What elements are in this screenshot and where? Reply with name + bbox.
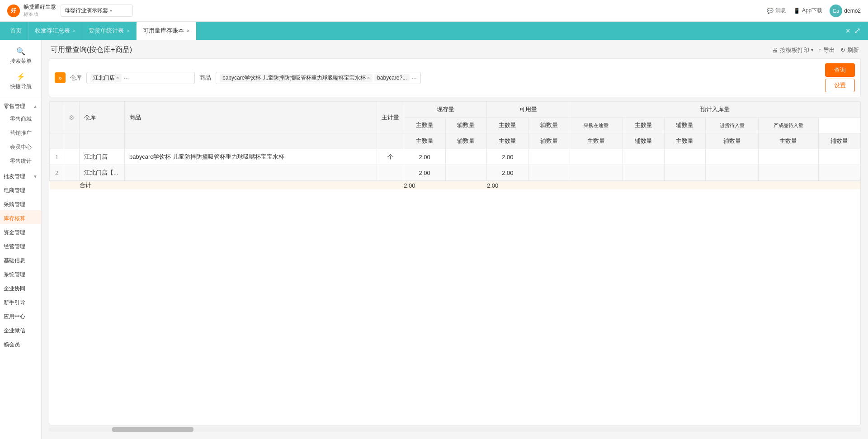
export-btn[interactable]: ↑ 导出 [819, 46, 835, 54]
th-main-unit: 主计量 [377, 102, 404, 133]
product-ellipsis[interactable]: ··· [411, 74, 417, 81]
sidebar-appcenter-label: 应用中心 [4, 313, 25, 321]
row2-pur-transit-aux [623, 165, 664, 181]
scrollbar-thumb[interactable] [112, 427, 193, 432]
sidebar-item-retail-mall[interactable]: 零售商城 [0, 112, 41, 126]
sidebar-group-system[interactable]: 系统管理 [0, 266, 41, 280]
warehouse-remove-icon[interactable]: × [116, 75, 119, 80]
tab-order-label: 要货单统计表 [89, 27, 124, 35]
th-purchase-transit-label: 采购在途量 [570, 118, 623, 133]
row2-pur-pending-main [664, 165, 706, 181]
sidebar-ecommerce-label: 电商管理 [4, 187, 25, 194]
sidebar-item-search[interactable]: 🔍 搜索菜单 [0, 43, 41, 69]
refresh-label: 刷新 [847, 46, 859, 54]
sidebar-retail-label: 零售管理 [4, 103, 25, 110]
th2-stock-main: 主数量 [404, 133, 445, 149]
tab-order[interactable]: 要货单统计表 × [82, 22, 136, 40]
th2-pur-transit-aux: 辅数量 [623, 133, 664, 149]
avatar-text: Ea [833, 8, 839, 14]
warehouse-input[interactable]: 江北门店 × ··· [86, 72, 195, 84]
th-current-stock: 现存量 [404, 102, 487, 118]
sidebar-group-wechat[interactable]: 企业微信 [0, 322, 41, 336]
warehouse-label: 仓库 [70, 74, 82, 82]
retail-stats-label: 零售统计 [10, 158, 32, 164]
filter-bar: » 仓库 江北门店 × ··· 商品 babycare学饮杯 儿童防摔防撞吸管杯… [49, 58, 861, 97]
tab-available-label: 可用量库存账本 [143, 27, 184, 35]
app-download-action[interactable]: 📱 App下载 [793, 7, 822, 14]
th2-prod-pending-main: 主数量 [758, 133, 818, 149]
print-btn[interactable]: 🖨 按模板打印 ▾ [772, 46, 813, 54]
tab-order-close[interactable]: × [127, 28, 129, 33]
product-label: 商品 [199, 74, 211, 82]
sidebar-item-retail-promo[interactable]: 营销推广 [0, 126, 41, 140]
retail-member-label: 会员中心 [10, 144, 32, 150]
th-stock-aux-qty: 辅数量 [445, 118, 487, 133]
sidebar-item-retail-member[interactable]: 会员中心 [0, 140, 41, 154]
product-input[interactable]: babycare学饮杯 儿童防摔防撞吸管杯重力球吸嘴杯宝宝水杯 × babyca… [216, 72, 421, 84]
sidebar-group-base[interactable]: 基础信息 [0, 252, 41, 266]
sidebar-group-inventory[interactable]: 库存核算 [0, 210, 41, 224]
sidebar-item-retail-stats[interactable]: 零售统计 [0, 154, 41, 168]
tab-home[interactable]: 首页 [4, 22, 28, 40]
product-tag-1-remove[interactable]: × [367, 75, 370, 80]
table-row: 1 江北门店 babycare学饮杯 儿童防摔防撞吸管杯重力球吸嘴杯宝宝水杯 个… [50, 149, 860, 165]
row1-stock-main: 2.00 [404, 149, 445, 165]
table-settings-icon[interactable]: ⚙ [69, 114, 75, 121]
horizontal-scrollbar[interactable] [49, 427, 861, 432]
maximize-btn[interactable]: ⤢ [854, 26, 861, 36]
user-profile[interactable]: Ea demo2 [830, 5, 861, 17]
logo-sub-text: 标准版 [24, 11, 56, 18]
bottom-space [42, 434, 868, 439]
warehouse-ellipsis[interactable]: ··· [123, 74, 129, 81]
sidebar-group-member[interactable]: 畅会员 [0, 336, 41, 350]
th2-unit [377, 133, 404, 149]
footer-avail-aux [528, 181, 570, 189]
sidebar-group-newuser[interactable]: 新手引导 [0, 294, 41, 308]
sidebar-group-finance[interactable]: 资金管理 [0, 224, 41, 238]
tab-available[interactable]: 可用量库存账本 × [137, 22, 196, 40]
th-purchase-pending-label: 进货待入量 [706, 118, 758, 133]
th2-index [50, 133, 64, 149]
app-download-label: App下载 [802, 7, 822, 14]
sidebar-group-retail[interactable]: 零售管理 ▲ [0, 98, 41, 112]
footer-prod-pending-main [758, 181, 818, 189]
tab-receipt-label: 收发存汇总表 [35, 27, 70, 35]
th-avail-aux-qty: 辅数量 [528, 118, 570, 133]
sidebar-group-ecommerce[interactable]: 电商管理 [0, 182, 41, 196]
row2-pur-pending-aux [706, 165, 758, 181]
sidebar-group-enterprise[interactable]: 企业协同 [0, 280, 41, 294]
sidebar-member-label: 畅会员 [4, 341, 20, 349]
sidebar-item-quicknav[interactable]: ⚡ 快捷导航 [0, 69, 41, 94]
row1-stock-aux [445, 149, 487, 165]
org-selector[interactable]: 母婴行业演示账套 ▾ [61, 5, 133, 17]
filter-toggle-btn[interactable]: » [55, 72, 66, 83]
th2-avail-main: 主数量 [487, 133, 528, 149]
refresh-btn[interactable]: ↻ 刷新 [840, 46, 859, 54]
sidebar-group-wholesale[interactable]: 批发管理 ▼ [0, 168, 41, 182]
sidebar: 🔍 搜索菜单 ⚡ 快捷导航 零售管理 ▲ 零售商城 营销推广 会员中心 零售统计… [0, 40, 42, 439]
tab-receipt-close[interactable]: × [73, 28, 75, 33]
row2-warehouse: 江北门店【... [80, 165, 125, 181]
org-name: 母婴行业演示账套 [65, 7, 108, 14]
tab-receipt[interactable]: 收发存汇总表 × [28, 22, 82, 40]
th-planned-in: 预计入库量 [570, 102, 860, 118]
table-container: ⚙ 仓库 商品 主计量 现存量 [49, 101, 861, 425]
tab-home-label: 首页 [10, 27, 22, 35]
sidebar-group-purchase[interactable]: 采购管理 [0, 196, 41, 210]
close-all-tabs-btn[interactable]: × [845, 26, 850, 36]
settings-btn[interactable]: 设置 [825, 79, 855, 92]
row1-warehouse: 江北门店 [80, 149, 125, 165]
row2-pur-transit-main [570, 165, 623, 181]
top-bar-left: 好 畅捷通好生意 标准版 母婴行业演示账套 ▾ [7, 4, 133, 18]
message-action[interactable]: 💬 消息 [767, 7, 786, 14]
wholesale-arrow-icon: ▼ [33, 174, 38, 179]
content-area: 可用量查询(按仓库+商品) 🖨 按模板打印 ▾ ↑ 导出 ↻ 刷新 » [42, 40, 868, 439]
sidebar-group-appcenter[interactable]: 应用中心 [0, 308, 41, 322]
row1-pur-transit-aux [623, 149, 664, 165]
sidebar-group-operation[interactable]: 经营管理 [0, 238, 41, 252]
footer-stock-main: 2.00 [404, 181, 445, 189]
query-btn[interactable]: 查询 [825, 63, 855, 77]
top-bar: 好 畅捷通好生意 标准版 母婴行业演示账套 ▾ 💬 消息 📱 App下载 Ea … [0, 0, 868, 22]
sidebar-base-label: 基础信息 [4, 257, 25, 264]
tab-available-close[interactable]: × [187, 28, 189, 33]
